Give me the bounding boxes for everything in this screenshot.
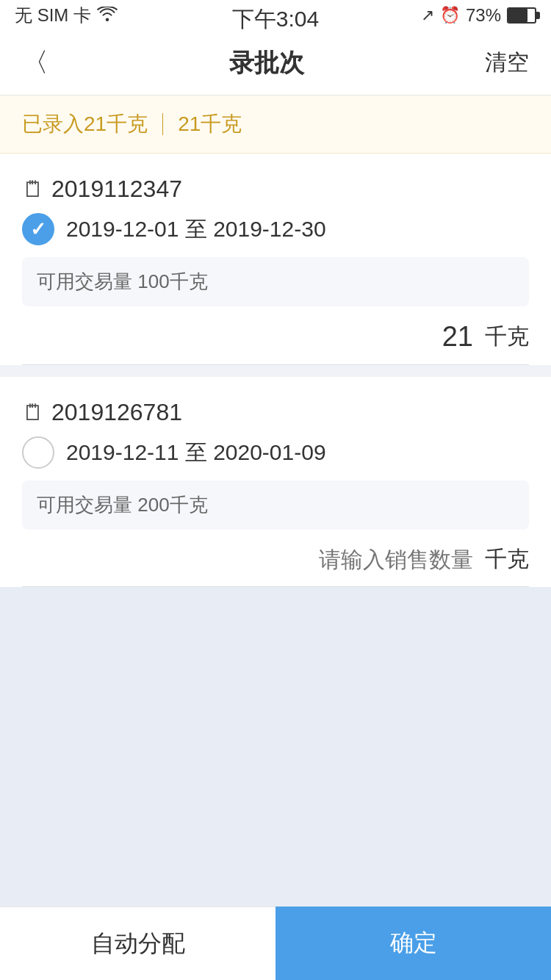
carrier-label: 无 SIM 卡 <box>15 4 91 27</box>
bottom-buttons: 自动分配 确定 <box>0 907 551 980</box>
auto-distribute-button[interactable]: 自动分配 <box>0 907 276 980</box>
batch-dates-2: 2019-12-11 至 2020-01-09 <box>66 438 326 468</box>
nav-bar: 〈 录批次 清空 <box>0 31 551 96</box>
batch-number-1: 2019112347 <box>51 176 182 203</box>
radio-button-1[interactable] <box>22 213 54 245</box>
status-bar: 无 SIM 卡 下午3:04 ↗ ⏰ 73% <box>0 0 551 31</box>
status-time: 下午3:04 <box>232 4 319 35</box>
batch-unit-2: 千克 <box>485 544 529 574</box>
batch-item-2: 🗒 2019126781 2019-12-11 至 2020-01-09 可用交… <box>0 377 551 530</box>
doc-icon-1: 🗒 <box>22 177 44 202</box>
batch-date-row-1: 2019-12-01 至 2019-12-30 <box>22 213 529 245</box>
battery-icon <box>507 7 536 24</box>
batch-unit-1: 千克 <box>485 322 529 352</box>
batch-header-1: 🗒 2019112347 <box>22 176 529 203</box>
recorded-amount: 已录入21千克 <box>22 110 148 138</box>
status-left: 无 SIM 卡 <box>15 4 118 27</box>
confirm-button[interactable]: 确定 <box>276 907 551 980</box>
location-icon: ↗ <box>421 6 434 25</box>
batch-item-1: 🗒 2019112347 2019-12-01 至 2019-12-30 可用交… <box>0 154 551 306</box>
back-button[interactable]: 〈 <box>22 45 48 81</box>
batch-availability-1: 可用交易量 100千克 <box>22 257 529 306</box>
quantity-input-2[interactable] <box>22 547 473 572</box>
batch-date-row-2: 2019-12-11 至 2020-01-09 <box>22 436 529 469</box>
batch-card-2: 🗒 2019126781 2019-12-11 至 2020-01-09 可用交… <box>0 377 551 587</box>
wifi-icon <box>97 5 118 26</box>
batch-value-1: 21 <box>442 321 473 353</box>
batch-card-1: 🗒 2019112347 2019-12-01 至 2019-12-30 可用交… <box>0 154 551 365</box>
batch-input-row-2[interactable]: 千克 <box>0 530 551 574</box>
alarm-icon: ⏰ <box>440 6 460 25</box>
doc-icon-2: 🗒 <box>22 400 44 425</box>
batch-input-row-1: 21 千克 <box>0 306 551 353</box>
clear-button[interactable]: 清空 <box>485 48 529 78</box>
section-divider <box>0 365 551 377</box>
total-amount: 21千克 <box>178 110 242 138</box>
content-area: 🗒 2019112347 2019-12-01 至 2019-12-30 可用交… <box>0 154 551 980</box>
batch-number-2: 2019126781 <box>51 399 182 426</box>
summary-divider <box>162 113 163 135</box>
batch-availability-2: 可用交易量 200千克 <box>22 480 529 530</box>
page-title: 录批次 <box>229 46 304 80</box>
summary-banner: 已录入21千克 21千克 <box>0 96 551 154</box>
battery-label: 73% <box>466 5 501 26</box>
batch-dates-1: 2019-12-01 至 2019-12-30 <box>66 215 326 245</box>
status-right: ↗ ⏰ 73% <box>421 5 536 26</box>
batch-header-2: 🗒 2019126781 <box>22 399 529 426</box>
radio-button-2[interactable] <box>22 436 54 469</box>
